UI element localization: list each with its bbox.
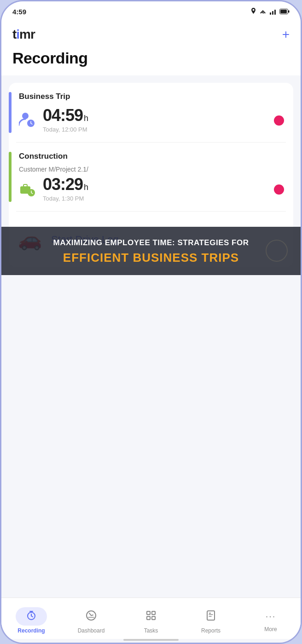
add-button[interactable]: + [282,28,290,41]
banner-subtitle: MAXIMIZING EMPLOYEE TIME: STRATEGIES FOR [14,237,288,249]
nav-more-label: More [264,626,277,632]
nav-item-reports[interactable]: Reports [181,604,241,634]
person-clock-icon [19,111,35,128]
nav-tasks-label: Tasks [144,627,158,634]
page-title-section: Recording [1,46,301,75]
page-heading: Recording [12,49,290,67]
construction-title: Construction [19,152,284,161]
top-bar: timr + [1,22,301,46]
nav-more-bg: ··· [256,608,286,624]
nav-recording-label: Recording [17,627,45,634]
banner-overlay: MAXIMIZING EMPLOYEE TIME: STRATEGIES FOR… [1,227,301,275]
nav-reports-bg [195,607,226,626]
business-trip-time-block: 04:59 h Today, 12:00 PM [43,106,88,133]
dashboard-icon [86,610,97,621]
business-trip-unit: h [84,114,88,123]
status-bar: 4:59 [1,1,301,22]
location-icon [250,8,256,15]
construction-time-block: 03:29 h Today, 1:30 PM [43,175,88,202]
svg-rect-13 [152,611,155,615]
construction-hours: 03:29 [43,175,83,194]
recording-dot-1[interactable] [274,115,284,126]
bottom-nav: Recording Dashboard [1,598,301,639]
business-trip-entry[interactable]: Business Trip [9,83,293,142]
stopwatch-icon [26,610,37,621]
phone-frame: 4:59 [0,0,302,644]
nav-item-more[interactable]: ··· More [241,604,301,632]
svg-rect-4 [280,10,287,13]
banner-main-title: EFFICIENT BUSINESS TRIPS [14,251,288,265]
signal-icon [259,9,267,15]
svg-rect-5 [288,11,290,13]
status-time: 4:59 [12,8,26,16]
svg-rect-0 [270,12,271,15]
nav-dashboard-label: Dashboard [78,627,105,634]
svg-rect-14 [147,616,150,620]
svg-rect-12 [147,611,150,615]
home-indicator [123,639,179,641]
logo-highlight: i [16,27,19,41]
svg-rect-9 [23,184,27,187]
svg-point-6 [22,113,29,119]
construction-unit: h [84,183,88,192]
business-trip-row: 04:59 h Today, 12:00 PM [19,106,284,133]
svg-rect-1 [272,11,273,15]
bars-icon [269,9,277,15]
construction-body: Construction Customer M/Project 2.1/ [19,152,284,202]
tasks-icon [145,610,157,621]
entry-bar-blue [9,92,12,133]
svg-rect-17 [209,613,211,614]
business-trip-body: Business Trip [19,92,284,133]
circle-indicator[interactable] [266,240,288,262]
scroll-area[interactable]: Business Trip [1,75,301,598]
nav-item-tasks[interactable]: Tasks [121,604,181,634]
nav-tasks-bg [135,607,167,626]
status-icons [250,8,290,15]
recording-dot-2[interactable] [274,184,284,195]
svg-rect-16 [207,611,215,620]
briefcase-clock-icon [19,180,35,197]
business-trip-hours: 04:59 [43,106,83,125]
nav-reports-label: Reports [201,627,221,634]
entry-bar-green [9,152,12,202]
business-trip-title: Business Trip [19,92,284,101]
nav-item-recording[interactable]: Recording [1,604,61,634]
construction-entry[interactable]: Construction Customer M/Project 2.1/ [9,143,293,211]
construction-timestamp: Today, 1:30 PM [43,195,88,202]
construction-subtitle: Customer M/Project 2.1/ [19,166,284,173]
nav-recording-bg [16,607,47,626]
svg-rect-15 [152,616,155,620]
app-content: timr + Recording Business Trip [1,22,301,643]
app-logo: timr [12,27,35,42]
nav-item-dashboard[interactable]: Dashboard [61,604,121,634]
svg-rect-2 [274,10,276,15]
reports-icon [205,610,216,621]
battery-icon [279,9,290,14]
construction-row: 03:29 h Today, 1:30 PM [19,175,284,202]
more-dots-icon: ··· [266,611,276,621]
nav-dashboard-bg [76,607,107,626]
business-trip-timestamp: Today, 12:00 PM [43,126,88,133]
